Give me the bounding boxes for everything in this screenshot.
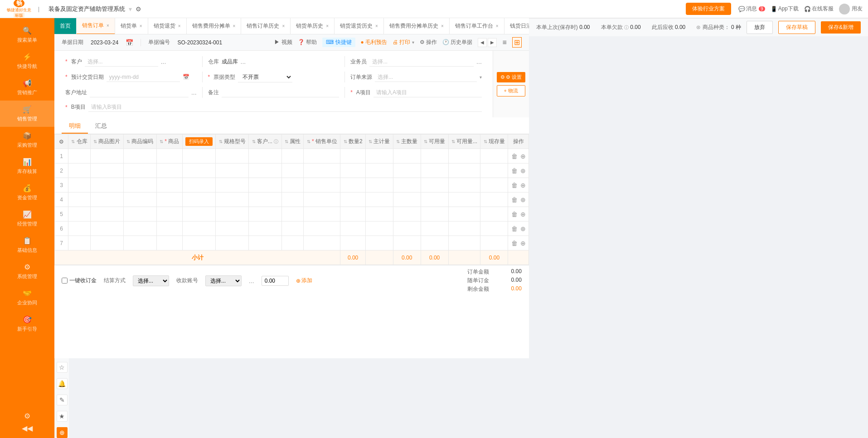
row-main-qty-6[interactable] (393, 221, 421, 236)
sidebar-item-base-info[interactable]: 📋 基础信息 (0, 232, 54, 258)
row-current-6[interactable] (480, 221, 508, 236)
row-scan-2[interactable] (182, 164, 216, 178)
right-panel-star-icon[interactable]: ☆ (57, 362, 68, 373)
tab-return-history[interactable]: 销货退货历史 × (335, 18, 384, 34)
amount-input[interactable] (262, 276, 289, 286)
row-customer-code-1[interactable] (249, 149, 281, 164)
row-customer-code-5[interactable] (249, 207, 281, 221)
warehouse-sort-icon[interactable]: ⇅ (71, 139, 75, 144)
row-unit-1[interactable] (304, 149, 340, 164)
discard-btn[interactable]: 放弃 (747, 21, 773, 34)
row-customer-code-3[interactable] (249, 178, 281, 193)
delivery-date-input[interactable] (107, 72, 180, 82)
row-qty2-4[interactable] (340, 193, 366, 207)
row-spec-7[interactable] (216, 236, 249, 250)
row-warehouse-6[interactable] (68, 221, 91, 236)
tab-order-history[interactable]: 销售订单历史 × (241, 18, 291, 34)
delivery-date-calendar-icon[interactable]: 📅 (183, 74, 189, 80)
history-btn[interactable]: 🕐 历史单据 (442, 39, 472, 46)
row-image-7[interactable] (90, 236, 123, 250)
delete-icon-6[interactable]: 🗑 (511, 225, 518, 232)
sidebar-item-inventory[interactable]: 📊 库存核算 (0, 153, 54, 179)
row-unit-3[interactable] (304, 178, 340, 193)
row-current-5[interactable] (480, 207, 508, 221)
delete-icon-2[interactable]: 🗑 (511, 167, 518, 174)
note-input[interactable] (222, 88, 339, 97)
row-main-unit-6[interactable] (365, 221, 393, 236)
row-qty2-2[interactable] (340, 164, 366, 178)
row-customer-code-6[interactable] (249, 221, 281, 236)
tab-sales-invoice-close[interactable]: × (140, 24, 142, 29)
tab-order-workbench[interactable]: 销售订单工作台 × (450, 18, 504, 34)
main-unit-sort-icon[interactable]: ⇅ (369, 139, 372, 144)
row-spec-1[interactable] (216, 149, 249, 164)
row-scan-1[interactable] (182, 149, 216, 164)
product-sort-icon[interactable]: ⇅ (160, 139, 163, 144)
row-warehouse-7[interactable] (68, 236, 91, 250)
tab-expense-history-close[interactable]: × (441, 24, 444, 29)
tab-detail[interactable]: 明细 (62, 119, 88, 134)
row-product-6[interactable] (156, 221, 182, 236)
right-panel-edit-icon[interactable]: ✎ (57, 395, 68, 405)
row-main-unit-4[interactable] (365, 193, 393, 207)
copy-icon-5[interactable]: ⊕ (520, 211, 526, 218)
row-spec-6[interactable] (216, 221, 249, 236)
row-available2-1[interactable] (448, 149, 480, 164)
sidebar-item-sales[interactable]: 🛒 销售管理 (0, 101, 54, 127)
user-menu-btn[interactable]: 用友 (839, 4, 863, 14)
row-spec-4[interactable] (216, 193, 249, 207)
row-main-qty-5[interactable] (393, 207, 421, 221)
sidebar-item-search[interactable]: 🔍 搜索菜单 (0, 22, 54, 48)
copy-icon-7[interactable]: ⊕ (520, 240, 526, 247)
copy-icon-3[interactable]: ⊕ (520, 182, 526, 189)
right-panel-bell-icon[interactable]: 🔔 (57, 378, 68, 389)
customer-address-dots-btn[interactable]: ... (191, 89, 197, 96)
row-warehouse-3[interactable] (68, 178, 91, 193)
save-draft-btn[interactable]: 保存草稿 (778, 21, 815, 34)
row-main-unit-3[interactable] (365, 178, 393, 193)
row-product-3[interactable] (156, 178, 182, 193)
debt-info-icon[interactable]: ⓘ (624, 25, 629, 30)
row-warehouse-2[interactable] (68, 164, 91, 178)
right-panel-add-icon[interactable]: ⊕ (57, 427, 68, 438)
row-customer-code-2[interactable] (249, 164, 281, 178)
row-code-3[interactable] (123, 178, 156, 193)
sidebar-item-finance[interactable]: 💰 资金管理 (0, 179, 54, 206)
settings-icon[interactable]: ⚙ (136, 5, 141, 13)
row-attr-6[interactable] (281, 221, 304, 236)
grid-view-icon[interactable]: ⊞ (512, 37, 522, 48)
row-main-unit-5[interactable] (365, 207, 393, 221)
row-main-qty-4[interactable] (393, 193, 421, 207)
row-scan-6[interactable] (182, 221, 216, 236)
app-download-btn[interactable]: 📱 App下载 (771, 5, 799, 13)
row-unit-7[interactable] (304, 236, 340, 250)
order-source-dropdown[interactable]: ▾ (480, 75, 482, 80)
sidebar-gear-icon[interactable]: ⚙ (24, 412, 30, 420)
row-scan-4[interactable] (182, 193, 216, 207)
delete-icon-5[interactable]: 🗑 (511, 211, 518, 218)
customer-input[interactable] (85, 57, 158, 67)
salesperson-input[interactable] (369, 57, 474, 67)
customer-address-input[interactable] (90, 88, 189, 97)
settings-btn[interactable]: ⚙ ⚙ 设置 (497, 72, 525, 82)
row-attr-4[interactable] (281, 193, 304, 207)
row-available-5[interactable] (421, 207, 448, 221)
main-qty-sort-icon[interactable]: ⇅ (396, 139, 400, 144)
sidebar-item-marketing[interactable]: 📢 营销推广 (0, 74, 54, 101)
row-unit-6[interactable] (304, 221, 340, 236)
row-available-1[interactable] (421, 149, 448, 164)
calendar-icon[interactable]: 📅 (126, 39, 133, 46)
tab-home[interactable]: 首页 (54, 18, 77, 34)
tab-sales-return[interactable]: 销货退货 × (148, 18, 187, 34)
delete-icon-3[interactable]: 🗑 (511, 182, 518, 189)
row-available-6[interactable] (421, 221, 448, 236)
row-available2-5[interactable] (448, 207, 480, 221)
row-code-4[interactable] (123, 193, 156, 207)
tab-invoice-history[interactable]: 销货单历史 × (291, 18, 335, 34)
row-scan-3[interactable] (182, 178, 216, 193)
row-scan-5[interactable] (182, 207, 216, 221)
row-available-4[interactable] (421, 193, 448, 207)
row-warehouse-1[interactable] (68, 149, 91, 164)
sidebar-item-system[interactable]: ⚙ 系统管理 (0, 258, 54, 284)
profit-btn[interactable]: ● 毛利预告 (361, 39, 388, 46)
